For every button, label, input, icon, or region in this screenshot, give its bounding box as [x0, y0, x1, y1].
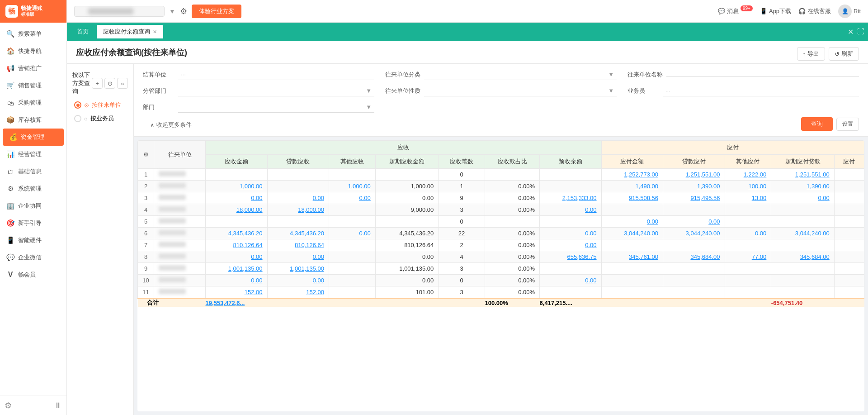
sidebar-item-wechat[interactable]: 💬 企业微信: [0, 249, 66, 266]
row-ar-amount[interactable]: 810,126.64: [206, 239, 267, 251]
row-ar-amount[interactable]: 0.00: [206, 251, 267, 263]
partner-nature-input[interactable]: ▼: [424, 86, 617, 96]
sidebar-item-system[interactable]: ⚙ 系统管理: [0, 180, 66, 197]
row-ap-other[interactable]: 13.00: [725, 192, 771, 204]
row-ar-other[interactable]: 0.00: [329, 192, 376, 204]
settings-gear-icon[interactable]: ⚙: [5, 401, 12, 410]
sidebar-item-guide[interactable]: 🎯 新手引导: [0, 215, 66, 232]
footer-ar-amount[interactable]: 19,553,472,6...: [206, 298, 267, 307]
row-ar-loan[interactable]: 0.00: [267, 251, 329, 263]
row-ar-loan[interactable]: 18,000.00: [267, 204, 329, 216]
row-ap-amount[interactable]: 915,508.56: [601, 192, 663, 204]
row-ar-prepay[interactable]: 0.00: [540, 204, 601, 216]
close-window-icon[interactable]: ✕: [848, 28, 854, 36]
row-ap-loan[interactable]: 1,390.00: [663, 181, 725, 192]
row-ap-loan[interactable]: 345,684.00: [663, 251, 725, 263]
row-ap-overdue[interactable]: 3,044,240.00: [771, 228, 834, 239]
row-ap-other[interactable]: 0.00: [725, 228, 771, 239]
edit-scheme-button[interactable]: ⊙: [104, 78, 115, 89]
sidebar-item-quick-nav[interactable]: 🏠 快捷导航: [0, 43, 66, 60]
row-ap-amount[interactable]: 0.00: [601, 216, 663, 228]
dropdown-arrow-icon[interactable]: ▼: [169, 8, 175, 15]
sidebar-item-sales[interactable]: 🛒 销售管理: [0, 77, 66, 94]
row-ar-prepay[interactable]: 655,636.75: [540, 251, 601, 263]
query-by-partner[interactable]: ⊙ 按往来单位: [67, 98, 133, 112]
row-ap-other[interactable]: 100.00: [725, 181, 771, 192]
settings-col-header[interactable]: ⚙: [138, 141, 154, 169]
refresh-button[interactable]: ↺ 刷新: [829, 47, 859, 61]
row-ap-amount[interactable]: 1,490.00: [601, 181, 663, 192]
online-service-button[interactable]: 🎧 在线客服: [798, 7, 831, 15]
row-ar-other[interactable]: 1,000.00: [329, 181, 376, 192]
topbar-gear-icon[interactable]: ⚙: [180, 6, 187, 16]
collapse-icon[interactable]: ⏸: [54, 401, 62, 410]
partner-category-input[interactable]: ▼: [424, 69, 617, 80]
row-ar-loan[interactable]: 1,001,135.00: [267, 263, 329, 275]
dept-input[interactable]: ▼: [178, 102, 374, 113]
tab-home[interactable]: 首页: [71, 25, 95, 38]
app-download-button[interactable]: 📱 App下载: [760, 7, 791, 15]
tab-ar-ap[interactable]: 应收应付余额查询 ✕: [97, 25, 163, 38]
row-ap-overdue[interactable]: 0.00: [771, 192, 834, 204]
row-ar-loan[interactable]: 0.00: [267, 192, 329, 204]
row-ar-prepay[interactable]: 0.00: [540, 239, 601, 251]
collapse-panel-button[interactable]: «: [117, 78, 128, 89]
row-ar-amount[interactable]: 0.00: [206, 192, 267, 204]
row-ap-amount[interactable]: 1,252,773.00: [601, 169, 663, 181]
message-badge: 99+: [741, 5, 753, 11]
query-by-salesperson[interactable]: ○ 按业务员: [67, 112, 133, 125]
table-settings-icon[interactable]: ⚙: [143, 151, 149, 158]
row-ar-loan[interactable]: 0.00: [267, 275, 329, 286]
row-ar-amount: [206, 169, 267, 181]
sidebar-item-inventory[interactable]: 📦 库存核算: [0, 111, 66, 129]
salesperson-input[interactable]: ···: [663, 86, 859, 96]
user-avatar[interactable]: 👤 Rit: [838, 5, 861, 18]
partner-name-input[interactable]: [666, 73, 859, 77]
collapse-btn[interactable]: ∧ 收起更多条件: [143, 119, 199, 131]
row-ap-loan[interactable]: 915,495.56: [663, 192, 725, 204]
row-ar-amount[interactable]: 1,000.00: [206, 181, 267, 192]
row-ar-other[interactable]: 0.00: [329, 228, 376, 239]
row-ap-overdue[interactable]: 1,390.00: [771, 181, 834, 192]
row-ap-other[interactable]: 1,222.00: [725, 169, 771, 181]
sidebar-item-marketing[interactable]: 📢 营销推广: [0, 60, 66, 77]
tab-close-icon[interactable]: ✕: [153, 29, 157, 35]
row-ap-loan[interactable]: 0.00: [663, 216, 725, 228]
row-ar-amount[interactable]: 1,001,135.00: [206, 263, 267, 275]
row-ap-amount[interactable]: 3,044,240.00: [601, 228, 663, 239]
row-ar-loan[interactable]: 810,126.64: [267, 239, 329, 251]
row-ap-amount[interactable]: 345,761.00: [601, 251, 663, 263]
add-scheme-button[interactable]: +: [92, 78, 103, 89]
sidebar-item-search[interactable]: 🔍 搜索菜单: [0, 25, 66, 43]
sidebar-item-basic-info[interactable]: 🗂 基础信息: [0, 163, 66, 180]
export-button[interactable]: ↑ 导出: [797, 47, 826, 61]
sidebar-item-finance[interactable]: 💰 资金管理: [3, 129, 64, 146]
settings-filter-button[interactable]: 设置: [836, 118, 859, 131]
solution-button[interactable]: 体验行业方案: [192, 5, 241, 18]
row-ar-prepay[interactable]: 0.00: [540, 275, 601, 286]
row-ap-loan[interactable]: 1,251,551.00: [663, 169, 725, 181]
row-ar-loan[interactable]: 152.00: [267, 286, 329, 299]
row-ar-overdue: 0.00: [375, 275, 438, 286]
sidebar-item-operations[interactable]: 📊 经营管理: [0, 146, 66, 163]
sidebar-item-hardware[interactable]: 📱 智能硬件: [0, 232, 66, 249]
department-input[interactable]: ▼: [178, 86, 374, 96]
row-ar-prepay[interactable]: 0.00: [540, 228, 601, 239]
row-ar-loan[interactable]: 4,345,436.20: [267, 228, 329, 239]
sidebar-item-member[interactable]: V 畅会员: [0, 266, 66, 283]
row-ap-loan[interactable]: 3,044,240.00: [663, 228, 725, 239]
row-ar-amount[interactable]: 18,000.00: [206, 204, 267, 216]
sidebar-item-collab[interactable]: 🏢 企业协同: [0, 197, 66, 215]
row-ap-overdue[interactable]: 1,251,551.00: [771, 169, 834, 181]
row-ar-amount[interactable]: 4,345,436.20: [206, 228, 267, 239]
settlement-unit-input[interactable]: ···: [178, 69, 374, 80]
message-button[interactable]: 💬 消息 99+: [718, 7, 753, 15]
row-ar-prepay[interactable]: 2,153,333.00: [540, 192, 601, 204]
row-ap-overdue[interactable]: 345,684.00: [771, 251, 834, 263]
row-ar-amount[interactable]: 0.00: [206, 275, 267, 286]
row-ap-other[interactable]: 77.00: [725, 251, 771, 263]
row-ar-amount[interactable]: 152.00: [206, 286, 267, 299]
sidebar-item-purchase[interactable]: 🛍 采购管理: [0, 94, 66, 111]
fullscreen-icon[interactable]: ⛶: [857, 28, 864, 36]
query-button[interactable]: 查询: [801, 117, 833, 131]
